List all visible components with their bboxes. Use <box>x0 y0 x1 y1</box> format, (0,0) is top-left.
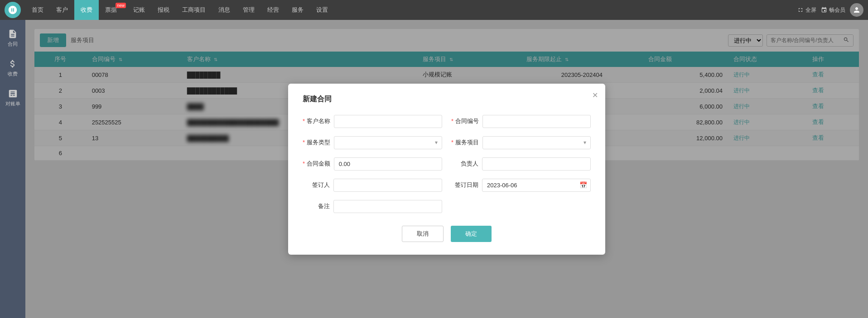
sidebar-item-contract[interactable]: 合同 <box>0 24 25 52</box>
amount-input[interactable]: 0.00 <box>334 157 442 171</box>
contract-no-input[interactable] <box>482 115 591 128</box>
form-group-service-item: 服务项目 <box>451 136 591 149</box>
form-group-note: 备注 <box>303 200 442 213</box>
modal-overlay: 新建合同 ✕ 客户名称 合同编号 服务类型 <box>25 20 868 318</box>
service-item-label: 服务项目 <box>451 138 479 147</box>
nav-settings[interactable]: 设置 <box>310 0 334 20</box>
service-type-select[interactable] <box>334 136 442 149</box>
form-row-5: 备注 <box>303 200 591 213</box>
nav-operation[interactable]: 经营 <box>261 0 285 20</box>
form-group-responsible: 负责人 <box>451 157 591 171</box>
signer-label: 签订人 <box>303 181 330 189</box>
badge-new: new <box>116 3 126 8</box>
sidebar-label-fee: 收费 <box>8 71 18 77</box>
top-nav: 首页 客户 收费 票据 new 记账 报税 工商项目 消息 管理 经营 服务 设… <box>0 0 868 20</box>
new-contract-modal: 新建合同 ✕ 客户名称 合同编号 服务类型 <box>288 84 605 255</box>
nav-right: 全屏 畅会员 <box>797 3 863 17</box>
nav-accounting[interactable]: 记账 <box>127 0 151 20</box>
fee-icon <box>8 59 18 69</box>
statement-icon <box>8 89 18 99</box>
form-row-2: 服务类型 服务项目 <box>303 136 591 149</box>
form-group-client-name: 客户名称 <box>303 115 442 128</box>
cancel-button[interactable]: 取消 <box>402 226 444 242</box>
nav-fee[interactable]: 收费 <box>74 0 99 20</box>
confirm-button[interactable]: 确定 <box>451 226 492 242</box>
service-item-select[interactable] <box>482 136 591 149</box>
nav-customer[interactable]: 客户 <box>50 0 74 20</box>
sidebar-item-fee[interactable]: 收费 <box>0 54 25 82</box>
modal-title: 新建合同 <box>303 95 591 104</box>
note-label: 备注 <box>303 202 330 210</box>
sidebar-item-statement[interactable]: 对账单 <box>0 84 25 112</box>
nav-business[interactable]: 工商项目 <box>176 0 212 20</box>
service-type-label: 服务类型 <box>303 138 330 147</box>
logo-icon <box>5 2 21 18</box>
service-item-select-wrapper <box>482 136 591 149</box>
form-row-4: 签订人 签订日期 2023-06-06 📅 <box>303 179 591 192</box>
client-name-input[interactable] <box>334 115 442 128</box>
modal-footer: 取消 确定 <box>303 226 591 242</box>
note-input[interactable] <box>333 200 442 213</box>
nav-service[interactable]: 服务 <box>285 0 310 20</box>
nav-items: 首页 客户 收费 票据 new 记账 报税 工商项目 消息 管理 经营 服务 设… <box>25 0 797 20</box>
nav-bill[interactable]: 票据 new <box>99 0 127 20</box>
content-area: 新增 服务项目 进行中 <box>25 20 868 318</box>
sign-date-label: 签订日期 <box>451 181 478 189</box>
form-row-3: 合同金额 0.00 负责人 <box>303 157 591 171</box>
nav-home[interactable]: 首页 <box>25 0 50 20</box>
nav-message[interactable]: 消息 <box>212 0 236 20</box>
nav-tax[interactable]: 报税 <box>151 0 176 20</box>
sign-date-input[interactable]: 2023-06-06 <box>482 179 591 192</box>
contract-icon <box>8 29 18 39</box>
form-group-amount: 合同金额 0.00 <box>303 157 442 171</box>
sidebar-label-contract: 合同 <box>8 41 18 47</box>
form-group-signer: 签订人 <box>303 179 442 192</box>
amount-label: 合同金额 <box>303 160 330 168</box>
form-group-service-type: 服务类型 <box>303 136 442 149</box>
user-avatar[interactable] <box>850 3 863 17</box>
sidebar-label-statement: 对账单 <box>5 100 20 107</box>
sidebar: 合同 收费 对账单 <box>0 20 25 318</box>
signer-input[interactable] <box>333 179 442 192</box>
form-group-sign-date: 签订日期 2023-06-06 📅 <box>451 179 591 192</box>
responsible-label: 负责人 <box>451 160 478 168</box>
sign-date-wrapper: 2023-06-06 📅 <box>482 179 591 192</box>
client-name-label: 客户名称 <box>303 117 330 125</box>
service-type-select-wrapper <box>334 136 442 149</box>
form-group-contract-no: 合同编号 <box>451 115 591 128</box>
responsible-input[interactable] <box>482 157 591 171</box>
fullscreen-button[interactable]: 全屏 <box>797 6 816 14</box>
modal-close-button[interactable]: ✕ <box>592 91 598 100</box>
form-row-1: 客户名称 合同编号 <box>303 115 591 128</box>
contract-no-label: 合同编号 <box>451 117 479 125</box>
main-layout: 合同 收费 对账单 新增 服务项目 <box>0 20 868 318</box>
nav-manage[interactable]: 管理 <box>236 0 261 20</box>
member-button[interactable]: 畅会员 <box>821 6 845 14</box>
